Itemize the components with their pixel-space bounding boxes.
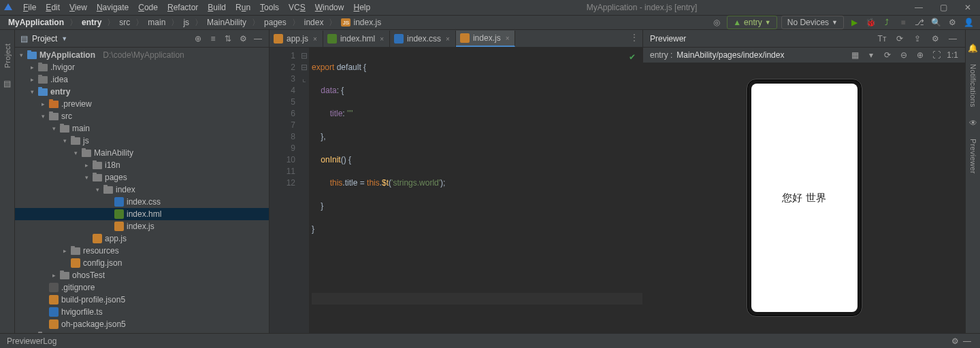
hml-file-icon xyxy=(114,209,124,219)
menu-vcs[interactable]: VCS xyxy=(284,1,310,14)
close-tab-icon[interactable]: × xyxy=(506,35,510,42)
folder-icon xyxy=(38,76,48,84)
crumb-pages[interactable]: pages xyxy=(261,18,289,27)
close-icon[interactable]: ✕ xyxy=(958,3,977,12)
close-tab-icon[interactable]: × xyxy=(380,35,384,43)
crumb-entry[interactable]: entry xyxy=(79,18,104,27)
run-icon[interactable]: ▶ xyxy=(848,16,860,29)
stop-icon[interactable]: ■ xyxy=(897,16,909,29)
chevron-down-icon[interactable]: ▾ xyxy=(865,50,877,60)
folder-icon xyxy=(49,101,59,108)
crumb-file[interactable]: JSindex.js xyxy=(338,18,384,27)
tree-item-index-hml: ·index.hml xyxy=(15,208,269,220)
module-folder-icon xyxy=(38,88,48,96)
tab-app-js[interactable]: app.js× xyxy=(270,31,323,47)
hide-panel-icon[interactable]: — xyxy=(252,33,263,44)
account-icon[interactable]: 👤 xyxy=(962,16,975,29)
refresh-icon[interactable]: ⟳ xyxy=(894,34,905,44)
close-tab-icon[interactable]: × xyxy=(313,35,317,43)
gitignore-file-icon xyxy=(49,283,59,292)
menu-code[interactable]: Code xyxy=(134,1,162,14)
folder-icon xyxy=(93,162,102,169)
crumb-main[interactable]: main xyxy=(145,18,168,27)
device-select[interactable]: No Devices ▼ xyxy=(781,16,844,29)
code-content[interactable]: export default { data: { title: "" }, on… xyxy=(309,48,642,333)
project-view-label[interactable]: Project xyxy=(32,34,57,44)
ide-logo-icon xyxy=(3,2,14,13)
project-tree[interactable]: ▾MyApplication D:\code\MyApplication ▸.h… xyxy=(15,48,269,333)
search-icon[interactable]: 🔍 xyxy=(930,16,942,29)
status-settings-icon[interactable]: ⚙ xyxy=(949,336,961,346)
tab-index-hml[interactable]: index.hml× xyxy=(323,31,390,47)
folder-icon xyxy=(82,150,91,157)
select-open-file-icon[interactable]: ⊕ xyxy=(193,33,203,44)
right-rail-notifications[interactable]: Notifications xyxy=(969,64,977,107)
previewer-log-tab[interactable]: PreviewerLog xyxy=(7,336,56,346)
preview-hello-text: 您好 世界 xyxy=(782,192,826,205)
crumb-index[interactable]: index xyxy=(301,18,327,27)
menu-tools[interactable]: Tools xyxy=(256,1,283,14)
close-tab-icon[interactable]: × xyxy=(446,35,450,43)
target-icon[interactable]: ◎ xyxy=(710,16,723,29)
ts-file-icon xyxy=(49,307,59,317)
profile-icon[interactable]: ⤴ xyxy=(881,16,893,29)
crumb-root[interactable]: MyApplication xyxy=(5,18,67,27)
status-hide-icon[interactable]: — xyxy=(961,336,973,346)
font-icon[interactable]: Tт xyxy=(877,34,887,44)
zoom-in-icon[interactable]: ⊕ xyxy=(914,50,926,60)
menu-edit[interactable]: Edit xyxy=(42,1,64,14)
folder-icon xyxy=(71,137,80,145)
settings-icon[interactable]: ⚙ xyxy=(238,33,248,44)
menu-view[interactable]: View xyxy=(65,1,91,14)
git-icon[interactable]: ⎇ xyxy=(913,16,926,29)
collapse-all-icon[interactable]: ⇅ xyxy=(223,33,233,44)
hide-panel-icon[interactable]: — xyxy=(947,34,958,44)
menu-navigate[interactable]: Navigate xyxy=(93,1,133,14)
previewer-title: Previewer xyxy=(650,34,686,44)
menu-run[interactable]: Run xyxy=(231,1,255,14)
rotate-icon[interactable]: ⟳ xyxy=(881,50,894,60)
debug-icon[interactable]: 🐞 xyxy=(864,16,877,29)
fit-icon[interactable]: ⛶ xyxy=(930,50,943,60)
menu-refactor[interactable]: Refactor xyxy=(163,1,202,14)
zoom-out-icon[interactable]: ⊖ xyxy=(898,50,910,60)
hml-file-icon xyxy=(327,34,337,44)
crumb-js[interactable]: js xyxy=(180,18,192,27)
right-rail-previewer[interactable]: Previewer xyxy=(969,139,977,174)
tab-index-css[interactable]: index.css× xyxy=(390,31,456,47)
code-editor[interactable]: ✔ 123456789101112 ⊟⊟⌞ export default { d… xyxy=(270,48,642,333)
maximize-icon[interactable]: ▢ xyxy=(934,3,953,12)
left-rail-project[interactable]: Project xyxy=(3,44,12,68)
notifications-icon[interactable]: 🔔 xyxy=(968,44,978,53)
run-config-select[interactable]: ▲ entry ▼ xyxy=(727,16,777,29)
tab-index-js[interactable]: index.js× xyxy=(456,31,516,47)
expand-all-icon[interactable]: ≡ xyxy=(208,33,218,44)
folder-icon xyxy=(38,64,48,71)
chevron-down-icon[interactable]: ▼ xyxy=(61,35,67,42)
minimize-icon[interactable]: — xyxy=(909,3,928,12)
menu-help[interactable]: Help xyxy=(349,1,374,14)
menu-file[interactable]: File xyxy=(19,1,40,14)
crumb-mainability[interactable]: MainAbility xyxy=(204,18,249,27)
crumb-src[interactable]: src xyxy=(116,18,133,27)
js-file-icon xyxy=(460,33,470,43)
device-frame: 您好 世界 xyxy=(747,79,862,317)
analysis-ok-icon[interactable]: ✔ xyxy=(629,52,636,63)
menu-window[interactable]: Window xyxy=(311,1,348,14)
json5-file-icon xyxy=(49,319,59,329)
settings-icon[interactable]: ⚙ xyxy=(930,34,941,44)
menu-build[interactable]: Build xyxy=(203,1,230,14)
js-file-icon xyxy=(114,222,124,231)
tab-overflow-icon[interactable]: ⋮ xyxy=(630,33,638,42)
device-screen[interactable]: 您好 世界 xyxy=(751,84,858,312)
previewer-rail-icon[interactable]: 👁 xyxy=(969,118,977,128)
line-gutter: 123456789101112 xyxy=(270,48,299,333)
settings-icon[interactable]: ⚙ xyxy=(946,16,958,29)
grid-icon[interactable]: ▦ xyxy=(849,50,861,60)
pin-icon[interactable]: ⇪ xyxy=(912,34,923,44)
css-file-icon xyxy=(394,34,404,44)
structure-icon[interactable]: ▤ xyxy=(3,79,11,88)
module-icon: ▲ xyxy=(733,18,741,27)
zoom-ratio[interactable]: 1:1 xyxy=(947,50,958,60)
fold-gutter[interactable]: ⊟⊟⌞ xyxy=(299,48,309,333)
